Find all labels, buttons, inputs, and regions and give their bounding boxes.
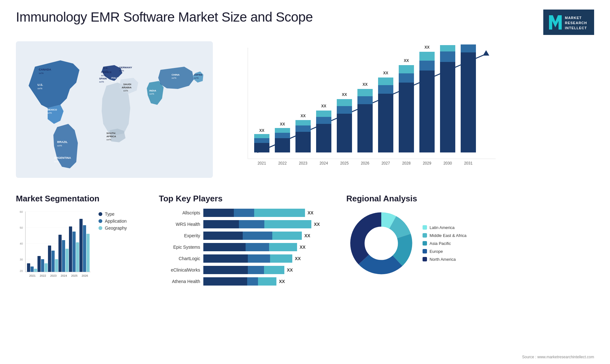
svg-text:XX: XX (259, 128, 264, 133)
svg-rect-57 (316, 117, 331, 124)
svg-text:60: 60 (20, 210, 23, 213)
svg-text:2027: 2027 (382, 161, 390, 165)
svg-text:xx%: xx% (149, 92, 154, 95)
svg-rect-82 (419, 61, 435, 71)
header: Immunology EMR Software Market Size and … (16, 10, 594, 35)
svg-rect-78 (399, 65, 414, 73)
svg-text:BRAZIL: BRAZIL (57, 140, 68, 144)
seg-legend: Type Application Geography (98, 212, 127, 285)
svg-rect-107 (30, 266, 34, 272)
logo-box: MARKET RESEARCH INTELLECT (543, 10, 594, 35)
seg-chart-area: 60 50 40 30 20 2021 (16, 208, 92, 285)
svg-text:2031: 2031 (464, 161, 473, 165)
svg-text:xx%: xx% (172, 77, 176, 79)
svg-text:ARABIA: ARABIA (122, 86, 132, 89)
svg-text:SAUDI: SAUDI (123, 83, 131, 86)
svg-rect-63 (337, 99, 352, 106)
svg-rect-108 (34, 269, 37, 272)
svg-text:AFRICA: AFRICA (106, 135, 116, 138)
type-dot (98, 212, 102, 216)
svg-rect-53 (295, 120, 311, 125)
svg-text:2026: 2026 (361, 161, 369, 165)
player-athena: Athena Health XX (159, 277, 337, 286)
bottom-row: Market Segmentation 60 50 (16, 194, 594, 295)
donut-legend: Latin America Middle East & Africa Asia … (423, 225, 466, 262)
player-eclinical: eClinicalWorks XX (159, 266, 337, 274)
svg-rect-66 (357, 104, 373, 152)
svg-rect-92 (461, 44, 476, 52)
page-container: Immunology EMR Software Market Size and … (0, 0, 610, 364)
svg-text:2022: 2022 (40, 274, 46, 277)
player-epic: Epic Systems XX (159, 243, 337, 252)
svg-text:XX: XX (301, 114, 306, 118)
svg-rect-120 (65, 249, 69, 272)
svg-rect-71 (378, 94, 393, 152)
svg-rect-88 (440, 45, 455, 51)
svg-text:RESEARCH: RESEARCH (565, 21, 587, 25)
svg-text:2023: 2023 (299, 161, 308, 165)
svg-text:xx%: xx% (99, 80, 104, 83)
svg-text:GERMANY: GERMANY (119, 66, 132, 69)
logo-area: MARKET RESEARCH INTELLECT (543, 10, 594, 35)
svg-text:XX: XX (424, 45, 430, 50)
svg-text:SOUTH: SOUTH (106, 132, 115, 135)
svg-text:XX: XX (342, 92, 347, 97)
legend-application: Application (98, 219, 127, 224)
svg-text:2023: 2023 (50, 274, 57, 277)
svg-text:JAPAN: JAPAN (194, 73, 202, 76)
segmentation-section: Market Segmentation 60 50 (16, 194, 149, 295)
legend-europe: Europe (423, 249, 466, 254)
svg-text:2025: 2025 (71, 274, 78, 277)
svg-text:2025: 2025 (340, 161, 349, 165)
svg-rect-119 (62, 240, 65, 272)
growth-chart-svg: XX 2021 XX 2022 XX 2023 XX 2024 (238, 44, 499, 178)
svg-rect-87 (440, 51, 455, 62)
legend-asia-pacific: Asia Pacific (423, 241, 466, 246)
legend-mea: Middle East & Africa (423, 233, 466, 238)
app-dot (98, 219, 102, 223)
svg-rect-77 (399, 73, 414, 83)
svg-text:xx%: xx% (101, 74, 106, 77)
svg-rect-122 (69, 226, 72, 272)
svg-rect-81 (419, 71, 435, 152)
svg-text:XX: XX (404, 58, 409, 63)
svg-rect-68 (357, 89, 373, 96)
svg-rect-106 (27, 263, 30, 272)
legend-type: Type (98, 212, 127, 217)
svg-rect-72 (378, 85, 393, 94)
svg-text:50: 50 (20, 226, 23, 229)
regional-section: Regional Analysis (346, 194, 594, 295)
player-experity: Experity XX (159, 231, 337, 240)
svg-rect-126 (79, 219, 83, 272)
svg-marker-40 (483, 50, 489, 56)
key-players-title: Top Key Players (159, 194, 337, 204)
svg-rect-51 (295, 132, 311, 152)
svg-text:MEXICO: MEXICO (47, 108, 57, 111)
player-allscripts: Allscripts XX (159, 208, 337, 217)
svg-text:2030: 2030 (444, 161, 452, 165)
svg-rect-46 (275, 138, 290, 152)
svg-rect-62 (337, 106, 352, 114)
donut-chart-svg (346, 208, 416, 278)
svg-text:ITALY: ITALY (111, 77, 118, 79)
player-chartlogic: ChartLogic XX (159, 254, 337, 263)
svg-rect-58 (316, 111, 331, 117)
world-map: CANADA xx% U.S. xx% MEXICO xx% BRAZIL xx… (16, 41, 213, 178)
geo-dot (98, 226, 102, 230)
svg-rect-111 (41, 259, 44, 272)
legend-latin-america: Latin America (423, 225, 466, 230)
svg-rect-124 (76, 242, 79, 272)
svg-text:U.K.: U.K. (103, 67, 108, 70)
segmentation-title: Market Segmentation (16, 194, 149, 204)
regional-title: Regional Analysis (346, 194, 594, 204)
svg-rect-56 (316, 124, 331, 152)
seg-chart-svg: 60 50 40 30 20 2021 (16, 208, 92, 285)
svg-text:CHINA: CHINA (172, 73, 180, 76)
legend-north-america: North America (423, 257, 466, 262)
svg-rect-42 (254, 138, 269, 143)
svg-rect-48 (275, 128, 290, 133)
key-players-section: Top Key Players Allscripts XX (159, 194, 337, 295)
svg-rect-127 (83, 225, 86, 272)
svg-rect-123 (72, 232, 76, 272)
svg-text:xx%: xx% (194, 77, 199, 79)
